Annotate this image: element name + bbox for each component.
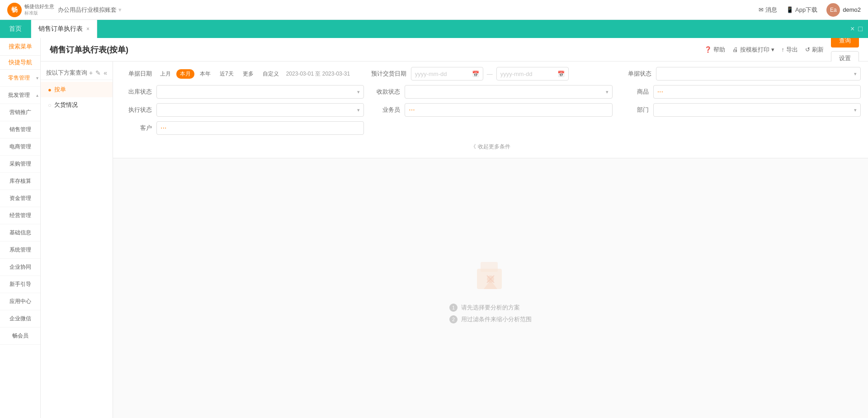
sidebar-item-enterprise[interactable]: 企业协同 [0,259,40,276]
print-icon: 🖨 [732,46,738,53]
sidebar-item-basic[interactable]: 基础信息 [0,224,40,242]
page-header: 销售订单执行表(按单) ❓ 帮助 🖨 按模板打印 ▾ ↑ 导出 ↺ 刷新 [41,38,868,62]
filter-area: 单据日期 上月 本月 本年 近7天 更多 自定义 20 [113,62,868,158]
sidebar-item-system[interactable]: 系统管理 [0,242,40,259]
sidebar-search[interactable]: 搜索菜单 [0,38,40,56]
goods-label: 商品 [617,88,649,96]
date-tag-more[interactable]: 更多 [239,69,257,79]
tip-num-2: 2 [449,315,458,323]
payment-arrow-icon: ▾ [606,89,609,95]
svg-rect-1 [481,262,498,272]
breadcrumb: 办公用品行业模拟账套 ▾ [58,6,122,14]
tip-num-1: 1 [449,304,458,312]
left-panel: 按以下方案查询 + ✎ « ● 按单 ○ 欠货情况 [41,62,113,418]
collapse-button[interactable]: 《 收起更多条件 [471,143,510,151]
left-panel-actions: + ✎ « [89,69,107,76]
sidebar-item-ecommerce[interactable]: 电商管理 [0,138,40,156]
export-button[interactable]: ↑ 导出 [782,46,798,54]
filter-section: 单据日期 上月 本月 本年 近7天 更多 自定义 20 [120,67,861,152]
left-panel-title: 按以下方案查询 [46,69,87,77]
empty-tip-1: 1 请先选择要分析的方案 [449,304,532,312]
help-icon: ❓ [704,46,712,53]
tab-maximize-icon[interactable]: □ [858,25,863,33]
sidebar-item-business[interactable]: 经营管理 [0,207,40,224]
date-tag-this-month[interactable]: 本月 [176,69,194,79]
logo-icon: 畅 [7,3,22,17]
sidebar-item-sales[interactable]: 销售管理 [0,121,40,138]
logo-area: 畅 畅捷信好生意 标准版 [7,3,54,17]
query-button[interactable]: 查询 [831,38,859,48]
payment-select[interactable]: ▾ [405,85,612,99]
refresh-button[interactable]: ↺ 刷新 [805,46,824,54]
content-body: 按以下方案查询 + ✎ « ● 按单 ○ 欠货情况 [41,62,868,418]
date-tag-custom[interactable]: 自定义 [259,69,283,79]
status-select[interactable]: ▾ [656,67,861,81]
customer-label: 客户 [120,124,152,132]
sidebar-item-finance[interactable]: 资金管理 [0,190,40,207]
sidebar-nav[interactable]: 快捷导航 [0,56,40,70]
help-button[interactable]: ❓ 帮助 [704,46,725,54]
sidebar-item-appcenter[interactable]: 应用中心 [0,293,40,310]
collapse-icon: 《 [471,143,476,151]
sidebar-item-inventory[interactable]: 库存核算 [0,173,40,190]
payment-label: 收款状态 [368,88,400,96]
dept-select[interactable]: ▾ [653,103,861,117]
sidebar-item-purchase[interactable]: 采购管理 [0,156,40,173]
logo-text: 畅捷信好生意 标准版 [24,3,54,16]
sidebar: 搜索菜单 快捷导航 零售管理 ▾ 批发管理 ▴ 营销推广 销售管理 电商管理 采… [0,38,41,418]
tab-sales-order[interactable]: 销售订单执行表 × [31,20,97,38]
date-tag-last-month[interactable]: 上月 [156,69,175,79]
app-download-action[interactable]: 📱 App下载 [786,6,817,14]
delivery-date-control: yyyy-mm-dd 📅 — yyyy-mm-dd 📅 [411,67,616,81]
sidebar-item-marketing[interactable]: 营销推广 [0,104,40,121]
customer-input[interactable]: ··· [156,121,364,135]
exec-select[interactable]: ▾ [156,103,364,117]
exec-label: 执行状态 [120,106,152,114]
sidebar-item-retail[interactable]: 零售管理 ▾ [0,70,40,87]
exec-arrow-icon: ▾ [357,107,360,113]
tab-home[interactable]: 首页 [0,20,31,38]
date-tag-7days[interactable]: 近7天 [216,69,237,79]
goods-input[interactable]: ··· [653,85,861,99]
chevron-icon: ▾ [36,76,38,81]
tab-close-icon[interactable]: × [86,26,90,32]
staff-input[interactable]: ··· [405,103,612,117]
print-arrow-icon: ▾ [771,46,774,53]
delivery-date-from[interactable]: yyyy-mm-dd 📅 [411,67,483,81]
collapse-row: 《 收起更多条件 [120,139,861,152]
empty-tips: 1 请先选择要分析的方案 2 用过滤条件来缩小分析范围 [449,304,532,323]
warehouse-select[interactable]: ▾ [156,85,364,99]
sidebar-item-member[interactable]: 畅会员 [0,328,40,345]
calendar-icon: 📅 [557,71,565,77]
scheme-item-shortage[interactable]: ○ 欠货情况 [41,97,113,113]
warehouse-arrow-icon: ▾ [357,89,360,95]
collapse-panel-button[interactable]: « [104,69,107,76]
tab-bar-right: × □ [850,25,868,33]
dept-arrow-icon: ▾ [854,107,857,113]
empty-tip-2: 2 用过滤条件来缩小分析范围 [449,315,532,323]
breadcrumb-arrow-icon[interactable]: ▾ [118,6,122,13]
dept-label: 部门 [617,106,649,114]
sidebar-item-newbie[interactable]: 新手引导 [0,276,40,293]
edit-scheme-button[interactable]: ✎ [95,69,101,76]
status-select-arrow-icon: ▾ [854,71,857,77]
date-tag-this-year[interactable]: 本年 [196,69,214,79]
scheme-inactive-icon: ○ [48,102,52,109]
tab-minimize-icon[interactable]: × [850,25,854,33]
scheme-item-by-order[interactable]: ● 按单 [41,82,113,97]
left-panel-header: 按以下方案查询 + ✎ « [41,66,113,80]
header-left: 畅 畅捷信好生意 标准版 办公用品行业模拟账套 ▾ [7,3,122,17]
status-label: 单据状态 [620,70,651,78]
tab-bar: 首页 销售订单执行表 × × □ [0,20,868,38]
delivery-date-to[interactable]: yyyy-mm-dd 📅 [496,67,569,81]
page-title: 销售订单执行表(按单) [50,44,128,55]
print-button[interactable]: 🖨 按模板打印 ▾ [732,46,774,54]
msg-action[interactable]: ✉ 消息 [759,6,777,14]
sidebar-item-wechat[interactable]: 企业微信 [0,310,40,328]
date-label: 单据日期 [120,70,152,78]
avatar: Ea [826,3,840,17]
user-area[interactable]: Ea demo2 [826,3,861,17]
add-scheme-button[interactable]: + [89,69,93,76]
sidebar-item-wholesale[interactable]: 批发管理 ▴ [0,87,40,104]
calendar-icon: 📅 [472,71,479,77]
